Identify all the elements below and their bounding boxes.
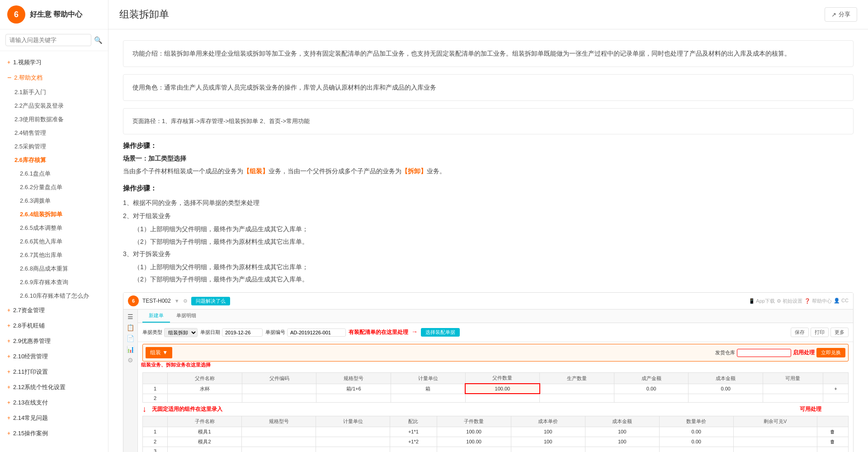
sim-select-btn[interactable]: 选择装配单据 <box>421 328 460 337</box>
path-text: 页面路径：1、库存核算->库存管理->组装拆卸单 2、首页->常用功能 <box>132 118 310 124</box>
share-icon: ↗ <box>831 11 836 18</box>
arrow-icon-1: → <box>411 328 418 335</box>
sidebar-item-sales[interactable]: 2.4销售管理 <box>0 126 108 140</box>
role-block: 使用角色：通常由生产人员或库管人员完成拆装业务的操作，库管人员确认原材料的出库和… <box>123 74 854 101</box>
collapse-icon: − <box>7 74 11 81</box>
search-button[interactable]: 🔍 <box>94 36 103 44</box>
sim-tab-new[interactable]: 新建单 <box>142 309 170 323</box>
sim-date-input[interactable] <box>222 328 263 337</box>
content-area: 功能介绍：组装拆卸单用来处理企业组装或拆卸等加工业务，支持有固定装配清单的产品加… <box>108 29 868 452</box>
sim-upper-td-1-1[interactable] <box>168 394 242 402</box>
sidebar-item-s265[interactable]: 2.6.5成本调整单 <box>0 221 108 235</box>
sim-save-btn[interactable]: 保存 <box>791 328 809 337</box>
sim-warehouse-input[interactable] <box>737 349 791 357</box>
sim-sub-form-inner: 组装 ▼ 组装业务、拆卸业务在这里选择 发货仓库 启用处理 立即兑换 <box>146 347 845 358</box>
sidebar-item-print[interactable]: + 2.11打印设置 <box>0 364 108 380</box>
annotation-5-text: 无固定适用的组件在这里录入 <box>152 405 222 413</box>
sim-lower-td-1-9 <box>733 437 817 447</box>
sidebar-item-s261[interactable]: 2.6.1盘点单 <box>0 167 108 181</box>
sim-lower-tbody: 1 模具1 +1*1 100.00 100 100 0.00 <box>143 427 849 452</box>
sim-nav-icon-3[interactable]: 📄 <box>127 335 134 342</box>
sim-tab-detail[interactable]: 单据明细 <box>170 309 203 323</box>
sim-lower-th-8: 数量单价 <box>659 416 733 427</box>
sim-nav-icon-5[interactable]: ⚙ <box>127 357 133 364</box>
sim-num-input[interactable] <box>287 328 346 337</box>
sidebar-item-coupon[interactable]: + 2.9优惠券管理 <box>0 333 108 349</box>
sidebar-item-mobile[interactable]: + 2.8手机旺铺 <box>0 318 108 333</box>
sim-warehouse-field: 发货仓库 启用处理 立即兑换 <box>715 348 845 357</box>
expand-icon: + <box>7 415 10 421</box>
sidebar-item-inventory[interactable]: 2.6库存核算 <box>0 153 108 167</box>
sidebar-item-online-pay[interactable]: + 2.13在线支付 <box>0 395 108 410</box>
sidebar-item-s267[interactable]: 2.6.7其他出库单 <box>0 248 108 262</box>
sim-upper-td-1-7 <box>614 394 689 402</box>
sim-upper-td-1-8 <box>689 394 763 402</box>
sim-upper-th-2: 父件编码 <box>242 373 316 384</box>
search-input[interactable] <box>5 34 91 46</box>
sidebar-item-finance[interactable]: + 2.7资金管理 <box>0 303 108 318</box>
sidebar-item-personalize[interactable]: + 2.12系统个性化设置 <box>0 380 108 395</box>
intro-text: 功能介绍：组装拆卸单用来处理企业组装或拆卸等加工业务，支持有固定装配清单的产品加… <box>132 50 791 57</box>
sidebar-item-faq[interactable]: + 2.14常见问题 <box>0 410 108 426</box>
sim-problem-btn[interactable]: 问题解决了么 <box>191 297 230 305</box>
sim-nav-icon-4[interactable]: 📊 <box>127 346 134 353</box>
sidebar-item-s269[interactable]: 2.6.9库存账本查询 <box>0 276 108 289</box>
sim-nav-icon-2[interactable]: 📋 <box>127 324 134 331</box>
sim-upper-td-1-9 <box>763 394 823 402</box>
path-block: 页面路径：1、库存核算->库存管理->组装拆卸单 2、首页->常用功能 <box>123 108 854 134</box>
sim-upper-td-0-3: 箱/1+6 <box>316 384 391 394</box>
sidebar-item-videos[interactable]: + 1.视频学习 <box>0 55 108 70</box>
sim-lower-th-4: 配比 <box>390 416 437 427</box>
sim-upper-th-10 <box>823 373 848 384</box>
sidebar-item-docs[interactable]: − 2.帮助文档 <box>0 70 108 86</box>
sidebar-item-install[interactable]: 2.2产品安装及登录 <box>0 99 108 113</box>
sidebar-item-s268[interactable]: 2.6.8商品成本重算 <box>0 262 108 276</box>
sim-app-id: TEST-H002 <box>142 298 171 304</box>
sim-lower-annotation-row: ↓ 无固定适用的组件在这里录入 可用处理 <box>138 404 853 416</box>
sidebar-item-newbie[interactable]: 2.1新手入门 <box>0 86 108 99</box>
sim-lower-td-0-8: 0.00 <box>659 427 733 437</box>
sim-more-btn[interactable]: 更多 <box>830 328 849 337</box>
sim-upper-td-0-5[interactable]: 100.00 <box>465 384 540 394</box>
sim-upper-td-0-1[interactable]: 水杯 <box>168 384 242 394</box>
sidebar-item-s264[interactable]: 2.6.4组装拆卸单 <box>0 208 108 221</box>
sim-upper-th-3: 规格型号 <box>316 373 391 384</box>
sim-lower-td-0-5: 100.00 <box>437 427 511 437</box>
sim-process-type[interactable]: 组装 ▼ <box>146 347 172 358</box>
sim-confirm-btn[interactable]: 立即兑换 <box>816 348 845 357</box>
sidebar-item-ops[interactable]: + 2.10经营管理 <box>0 349 108 364</box>
sim-upper-table: 父件名称 父件编码 规格型号 计量单位 父件数量 生产数量 成产金额 成本金额 <box>142 372 849 403</box>
sidebar-item-s266[interactable]: 2.6.6其他入库单 <box>0 235 108 248</box>
sim-type-label: 单据类型 <box>142 329 162 336</box>
sidebar-item-label: 2.7资金管理 <box>13 306 45 314</box>
sim-action-buttons: 📱 App下载 ⚙ 初始设置 ❓ 帮助中心 👤 CC <box>749 298 849 305</box>
sim-print-btn[interactable]: 打印 <box>811 328 829 337</box>
sidebar-item-s2610[interactable]: 2.6.10库存账本错了怎么办 <box>0 289 108 303</box>
sim-form-row: 单据类型 组装拆卸 单据日期 单据编号 <box>138 323 853 342</box>
sidebar-item-s262[interactable]: 2.6.2分量盘点单 <box>0 181 108 194</box>
sim-upper-th-0 <box>143 373 168 384</box>
scene1-title: 场景一：加工类型选择 <box>123 155 854 163</box>
sim-upper-td-1-3 <box>316 394 391 402</box>
sim-lower-td-0-6: 100 <box>511 427 585 437</box>
sim-type-select[interactable]: 组装拆卸 <box>164 328 198 337</box>
sim-lower-th-7: 成本金额 <box>585 416 659 427</box>
annotation-1-text: 有装配清单的在这里处理 <box>349 329 408 335</box>
sim-spacer <box>138 363 853 371</box>
sim-upper-td-1-5 <box>465 394 540 402</box>
expand-icon: + <box>7 307 10 314</box>
sim-body: ☰ 📋 📄 📊 ⚙ 新建单 单据明细 <box>123 309 853 452</box>
sim-lower-td-0-1[interactable]: 模具1 <box>168 427 242 437</box>
sim-nav-icon-1[interactable]: ☰ <box>127 313 133 320</box>
sidebar-item-purchase[interactable]: 2.5采购管理 <box>0 140 108 153</box>
sidebar-item-data-prep[interactable]: 2.3使用前数据准备 <box>0 113 108 126</box>
sim-lower-td-1-1[interactable]: 模具2 <box>168 437 242 447</box>
screenshot-container: 6 TEST-H002 ▼ ⚙ 问题解决了么 📱 App下载 ⚙ 初始设置 ❓ … <box>123 292 854 452</box>
share-button[interactable]: ↗ 分享 <box>825 7 857 22</box>
sim-lower-td-1-2 <box>242 437 316 447</box>
intro-block: 功能介绍：组装拆卸单用来处理企业组装或拆卸等加工业务，支持有固定装配清单的产品加… <box>123 40 854 67</box>
sim-upper-thead: 父件名称 父件编码 规格型号 计量单位 父件数量 生产数量 成产金额 成本金额 <box>143 373 849 384</box>
sidebar-item-s263[interactable]: 2.6.3调拨单 <box>0 194 108 208</box>
sidebar-item-cases[interactable]: + 2.15操作案例 <box>0 426 108 441</box>
expand-icon: + <box>7 59 10 66</box>
